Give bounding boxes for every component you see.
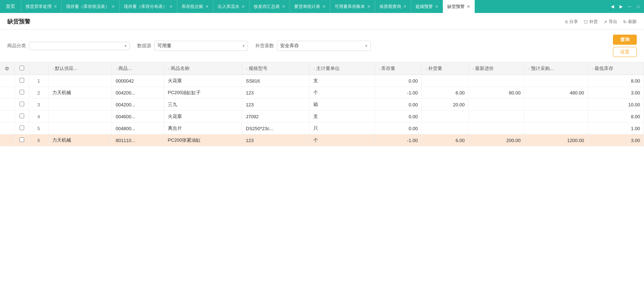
td-product-code-4: 004800...: [112, 123, 164, 134]
row-checkbox-4[interactable]: [19, 125, 24, 130]
td-settings-4: [0, 123, 14, 134]
share-button[interactable]: ⎘ 分享: [565, 19, 578, 25]
th-unit[interactable]: 主计量单位: [310, 62, 375, 75]
td-checkbox-4[interactable]: [14, 123, 29, 134]
tab-4[interactable]: 库存批次账 ✕: [177, 0, 213, 13]
replenish-button[interactable]: ☐ 补货: [584, 19, 598, 25]
td-product-code-2: 004200...: [112, 99, 164, 111]
th-product-code[interactable]: 商品...: [112, 62, 164, 75]
tab-9[interactable]: 保质期查询 ✕: [375, 0, 411, 13]
tab-9-close[interactable]: ✕: [403, 4, 406, 9]
tab-11-close[interactable]: ✕: [467, 4, 470, 9]
td-min-stock-3: 8.00: [588, 111, 644, 123]
td-unit-5: 个: [310, 134, 375, 146]
tab-7[interactable]: 要货单统计表 ✕: [290, 0, 330, 13]
tab-5-label: 出入库流水: [218, 4, 239, 10]
td-checkbox-1[interactable]: [14, 87, 29, 99]
td-spec-1: 123: [242, 87, 310, 99]
td-index-0: 1: [29, 75, 48, 87]
refresh-label: 刷新: [628, 19, 637, 25]
export-label: 导出: [609, 19, 617, 25]
td-checkbox-2[interactable]: [14, 99, 29, 111]
table-row: 4 004600... 火花塞 J7092 支 0.00 8.00: [0, 111, 644, 123]
query-button[interactable]: 查询: [613, 35, 637, 45]
tab-3-close[interactable]: ✕: [169, 4, 173, 9]
export-button[interactable]: ↗ 导出: [604, 19, 617, 25]
th-settings[interactable]: ⚙: [0, 62, 14, 75]
td-replenish-qty-1: 6.00: [422, 87, 469, 99]
tab-1-close[interactable]: ✕: [54, 4, 57, 9]
table-row: 5 004800... 离合片 DS250*23c... 只 0.00 1.00: [0, 123, 644, 134]
th-replenish-qty[interactable]: 补货量: [422, 62, 469, 75]
tab-4-close[interactable]: ✕: [205, 4, 209, 9]
td-latest-price-1: 80.00: [469, 87, 525, 99]
refresh-button[interactable]: ↻ 刷新: [623, 19, 637, 25]
filter-bar: 商品分类 ▾ 数据源 可用量 ▾ 补货基数 安全库存 ▾ 查询 设置: [0, 30, 644, 62]
tab-11[interactable]: 缺货预警 ✕: [443, 0, 475, 13]
replenish-base-select-value: 安全库存: [280, 43, 362, 49]
tab-6[interactable]: 收发存汇总表 ✕: [249, 0, 290, 13]
tab-8-label: 可用量库存账本: [335, 4, 365, 10]
tab-10-close[interactable]: ✕: [435, 4, 438, 9]
tab-2-label: 现存量（库存状况表）: [66, 4, 109, 10]
th-latest-price[interactable]: 最新进价: [469, 62, 525, 75]
td-unit-2: 箱: [310, 99, 375, 111]
settings-button[interactable]: 设置: [613, 47, 637, 57]
tab-home[interactable]: 首页: [0, 0, 21, 13]
th-product-name[interactable]: 商品名称: [164, 62, 242, 75]
td-checkbox-3[interactable]: [14, 111, 29, 123]
td-replenish-qty-3: [422, 111, 469, 123]
th-est-purchase[interactable]: 预计采购...: [525, 62, 588, 75]
header-actions: ⎘ 分享 ☐ 补货 ↗ 导出 ↻ 刷新: [565, 19, 637, 25]
tab-8-close[interactable]: ✕: [367, 4, 370, 9]
tab-7-close[interactable]: ✕: [322, 4, 326, 9]
tab-2-close[interactable]: ✕: [112, 4, 115, 9]
row-checkbox-0[interactable]: [19, 78, 24, 83]
filter-actions: 查询 设置: [613, 35, 637, 57]
tab-maximize-button[interactable]: □: [634, 2, 643, 11]
row-checkbox-5[interactable]: [19, 137, 24, 142]
tab-3[interactable]: 现存量（库存分布表） ✕: [119, 0, 177, 13]
row-checkbox-3[interactable]: [19, 114, 24, 118]
th-checkbox[interactable]: [14, 62, 29, 75]
th-spec[interactable]: 规格型号: [242, 62, 310, 75]
td-checkbox-0[interactable]: [14, 75, 29, 87]
td-est-purchase-4: [525, 123, 588, 134]
row-checkbox-1[interactable]: [19, 90, 24, 94]
th-supplier[interactable]: 默认供应...: [48, 62, 112, 75]
td-spec-3: J7092: [242, 111, 310, 123]
tab-minimize-button[interactable]: ─: [625, 2, 634, 11]
th-stock[interactable]: 库存量: [375, 62, 422, 75]
tab-5-close[interactable]: ✕: [242, 4, 245, 9]
tab-2[interactable]: 现存量（库存状况表） ✕: [62, 0, 119, 13]
td-latest-price-4: [469, 123, 525, 134]
td-product-name-4: 离合片: [164, 123, 242, 134]
tab-9-label: 保质期查询: [379, 4, 401, 10]
tab-6-close[interactable]: ✕: [282, 4, 285, 9]
tab-prev-button[interactable]: ◀: [608, 2, 617, 11]
gear-icon[interactable]: ⚙: [5, 66, 9, 71]
datasource-select[interactable]: 可用量 ▾: [154, 41, 248, 51]
td-index-3: 4: [29, 111, 48, 123]
tab-5[interactable]: 出入库流水 ✕: [213, 0, 249, 13]
td-settings-1: [0, 87, 14, 99]
tab-1[interactable]: 拣货异常处理 ✕: [21, 0, 62, 13]
select-all-checkbox[interactable]: [19, 66, 24, 70]
td-stock-5: -1.00: [375, 134, 422, 146]
td-product-code-5: 801110...: [112, 134, 164, 146]
tab-bar: 首页 拣货异常处理 ✕ 现存量（库存状况表） ✕ 现存量（库存分布表） ✕ 库存…: [0, 0, 644, 13]
page-title: 缺货预警: [7, 18, 30, 26]
data-table: ⚙ 默认供应... 商品... 商品名称: [0, 62, 644, 146]
replenish-base-filter-label: 补货基数: [255, 43, 274, 49]
tab-10[interactable]: 超储预警 ✕: [411, 0, 443, 13]
td-checkbox-5[interactable]: [14, 134, 29, 146]
tab-next-button[interactable]: ▶: [617, 2, 625, 11]
row-checkbox-2[interactable]: [19, 102, 24, 106]
category-select[interactable]: ▾: [29, 42, 130, 50]
td-min-stock-0: 8.00: [588, 75, 644, 87]
replenish-label: 补货: [589, 19, 598, 25]
td-replenish-qty-4: [422, 123, 469, 134]
replenish-base-select[interactable]: 安全库存 ▾: [277, 41, 371, 51]
tab-8[interactable]: 可用量库存账本 ✕: [330, 0, 375, 13]
th-min-stock[interactable]: 最低库存: [588, 62, 644, 75]
